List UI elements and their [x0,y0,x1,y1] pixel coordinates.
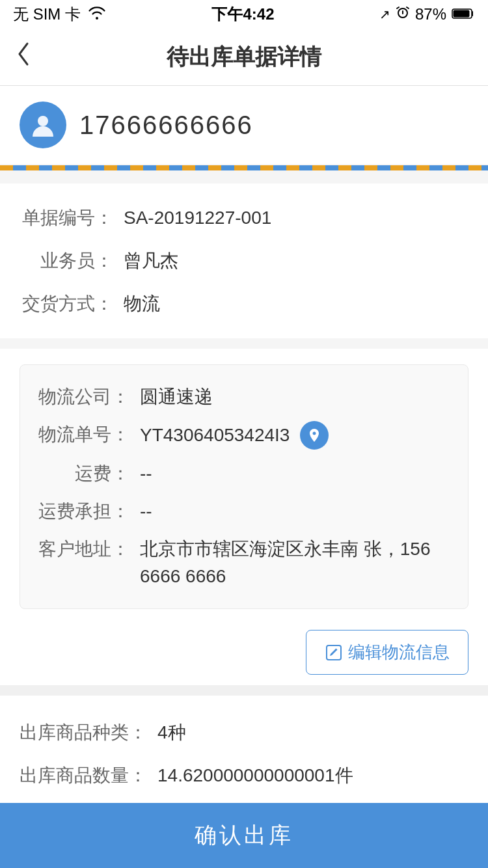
logistics-card: 物流公司： 圆通速递 物流单号： YT43064053424I3 运费： -- … [20,364,468,609]
delivery-method-label: 交货方式： [20,290,124,318]
battery-icon [452,5,475,23]
salesperson-label: 业务员： [20,247,124,275]
tracking-number-label: 物流单号： [36,421,140,448]
delivery-method-value: 物流 [124,290,468,318]
wifi-icon [87,5,107,23]
tracking-location-icon[interactable] [300,421,329,450]
freight-row: 运费： -- [36,455,452,493]
customer-address-value: 北京市市辖区海淀区永丰南 张，156 6666 6666 [140,536,452,590]
dashed-divider [0,165,488,170]
page-title: 待出库单据详情 [167,42,321,72]
alarm-icon [396,5,410,23]
delivery-method-row: 交货方式： 物流 [20,282,468,325]
product-types-value: 4种 [157,719,468,746]
freight-bearer-row: 运费承担： -- [36,493,452,530]
product-quantity-value: 14.620000000000001件 [157,762,468,789]
customer-address-row: 客户地址： 北京市市辖区海淀区永丰南 张，156 6666 6666 [36,530,452,595]
freight-bearer-value: -- [140,498,452,525]
tracking-number-value: YT43064053424I3 [140,421,452,450]
svg-point-3 [38,116,48,126]
document-number-value: SA-20191227-001 [124,204,468,232]
salesperson-row: 业务员： 曾凡杰 [20,239,468,282]
contact-header: 17666666666 [0,86,488,164]
product-quantity-row: 出库商品数量： 14.620000000000001件 [20,754,468,797]
status-bar: 无 SIM 卡 下午4:42 ↗ 87% [0,0,488,29]
product-types-label: 出库商品种类： [20,719,157,746]
edit-logistics-button[interactable]: 编辑物流信息 [306,630,468,675]
contact-phone: 17666666666 [79,111,253,140]
freight-value: -- [140,460,452,487]
svg-rect-2 [453,10,469,18]
salesperson-value: 曾凡杰 [124,247,468,275]
location-status-icon: ↗ [379,7,390,22]
document-number-row: 单据编号： SA-20191227-001 [20,197,468,239]
status-right: ↗ 87% [379,5,475,23]
basic-info-section: 单据编号： SA-20191227-001 业务员： 曾凡杰 交货方式： 物流 [0,183,488,338]
freight-label: 运费： [36,460,140,487]
confirm-button-label: 确认出库 [195,821,293,850]
carrier-text: 无 SIM 卡 [13,4,81,25]
back-button[interactable] [16,41,31,73]
logistics-company-label: 物流公司： [36,383,140,411]
goods-section: 出库商品种类： 4种 出库商品数量： 14.620000000000001件 [0,696,488,813]
edit-button-row: 编辑物流信息 [0,619,488,685]
product-quantity-label: 出库商品数量： [20,762,157,789]
logistics-company-row: 物流公司： 圆通速递 [36,378,452,416]
freight-bearer-label: 运费承担： [36,498,140,525]
status-left: 无 SIM 卡 [13,4,107,25]
customer-address-label: 客户地址： [36,536,140,563]
nav-bar: 待出库单据详情 [0,29,488,86]
confirm-button-bar[interactable]: 确认出库 [0,803,488,868]
status-time: 下午4:42 [211,4,274,25]
logistics-company-value: 圆通速递 [140,383,452,411]
tracking-number-row: 物流单号： YT43064053424I3 [36,416,452,455]
section-separator [0,685,488,696]
product-types-row: 出库商品种类： 4种 [20,711,468,754]
avatar [20,102,66,148]
edit-logistics-label: 编辑物流信息 [348,641,450,664]
battery-text: 87% [415,5,446,23]
document-number-label: 单据编号： [20,204,124,232]
